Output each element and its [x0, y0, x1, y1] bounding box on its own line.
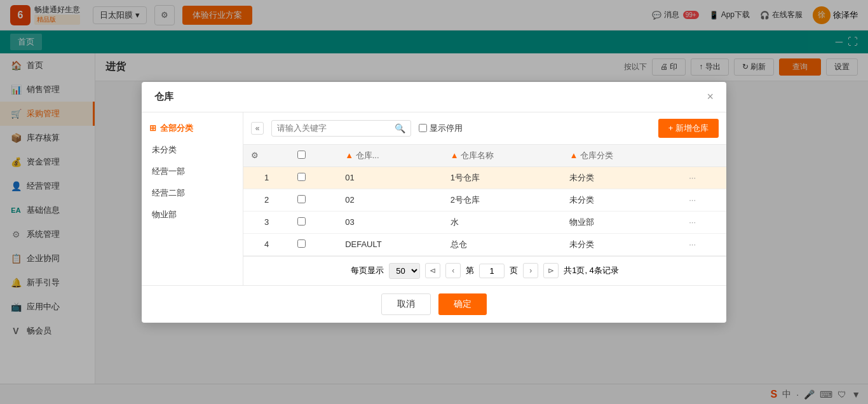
table-scroll: ⚙ ▲ 仓库... ▲ 仓库名称 — [243, 145, 726, 256]
row-code: DEFAULT — [337, 233, 443, 255]
col-category[interactable]: ▲ 仓库分类 — [562, 145, 681, 167]
table-header: ⚙ ▲ 仓库... ▲ 仓库名称 — [243, 145, 726, 167]
row-checkbox[interactable] — [290, 233, 337, 255]
pagination: 每页显示 50 ⊲ ‹ 第 页 › ⊳ 共1页, 4条记录 — [243, 256, 726, 285]
sort-icon: ▲ — [345, 151, 353, 160]
page-number-input[interactable] — [479, 264, 505, 278]
dialog-body: ⊞ 全部分类 未分类 经营一部 经营二部 物业部 « 🔍 — [142, 112, 726, 285]
warehouse-table: ⚙ ▲ 仓库... ▲ 仓库名称 — [243, 145, 726, 256]
table-row[interactable]: 4 DEFAULT 总仓 未分类 ··· — [243, 233, 726, 255]
warehouse-dialog: 仓库 × ⊞ 全部分类 未分类 经营一部 经营二部 物业部 « — [142, 82, 726, 323]
search-input[interactable] — [277, 123, 395, 133]
row-name: 总仓 — [443, 233, 562, 255]
category-item-uncategorized[interactable]: 未分类 — [142, 139, 243, 161]
collapse-button[interactable]: « — [251, 122, 264, 135]
row-category: 物业部 — [562, 211, 681, 233]
row-code: 02 — [337, 189, 443, 211]
page-label: 第 — [466, 265, 474, 276]
page-size-select[interactable]: 50 — [389, 263, 420, 279]
confirm-button[interactable]: 确定 — [438, 293, 487, 315]
row-more[interactable]: ··· — [681, 211, 726, 233]
more-icon[interactable]: ··· — [689, 195, 696, 205]
more-icon[interactable]: ··· — [689, 173, 696, 182]
row-name: 1号仓库 — [443, 166, 562, 189]
row-checkbox[interactable] — [290, 166, 337, 189]
dialog-footer: 取消 确定 — [142, 285, 726, 323]
total-info: 共1页, 4条记录 — [564, 265, 619, 276]
col-name-sort-icon: ▲ — [451, 151, 459, 160]
row-checkbox[interactable] — [290, 189, 337, 211]
row-num: 2 — [243, 189, 290, 211]
col-actions — [681, 145, 726, 167]
col-cat-sort-icon: ▲ — [569, 151, 578, 160]
row-num: 4 — [243, 233, 290, 255]
row-code: 03 — [337, 211, 443, 233]
dialog-title: 仓库 — [154, 91, 173, 103]
row-category: 未分类 — [562, 189, 681, 211]
row-category: 未分类 — [562, 233, 681, 255]
grid-icon: ⊞ — [149, 123, 156, 133]
page-suffix: 页 — [510, 265, 518, 276]
more-icon[interactable]: ··· — [689, 239, 696, 249]
row-more[interactable]: ··· — [681, 189, 726, 211]
row-num: 1 — [243, 166, 290, 189]
modal-overlay: 仓库 × ⊞ 全部分类 未分类 经营一部 经营二部 物业部 « — [0, 0, 868, 404]
table-row[interactable]: 2 02 2号仓库 未分类 ··· — [243, 189, 726, 211]
row-checkbox[interactable] — [290, 211, 337, 233]
table-header-row: ⚙ ▲ 仓库... ▲ 仓库名称 — [243, 145, 726, 167]
dialog-header: 仓库 × — [142, 82, 726, 112]
select-all-checkbox[interactable] — [297, 151, 306, 159]
dialog-close-button[interactable]: × — [707, 91, 714, 102]
first-page-button[interactable]: ⊲ — [425, 263, 440, 278]
row-code: 01 — [337, 166, 443, 189]
row-more[interactable]: ··· — [681, 233, 726, 255]
category-item-dept2[interactable]: 经营二部 — [142, 182, 243, 204]
row-name: 2号仓库 — [443, 189, 562, 211]
table-body: 1 01 1号仓库 未分类 ··· 2 02 2 — [243, 166, 726, 255]
row-category: 未分类 — [562, 166, 681, 189]
more-icon[interactable]: ··· — [689, 217, 696, 227]
category-all-label: 全部分类 — [160, 123, 193, 134]
show-disabled-checkbox[interactable]: 显示停用 — [419, 123, 463, 134]
table-row[interactable]: 1 01 1号仓库 未分类 ··· — [243, 166, 726, 189]
col-checkbox — [290, 145, 337, 167]
category-all-header[interactable]: ⊞ 全部分类 — [142, 118, 243, 139]
table-toolbar: « 🔍 显示停用 + 新增仓库 — [243, 112, 726, 145]
show-disabled-label: 显示停用 — [430, 123, 463, 134]
page-size-label: 每页显示 — [351, 265, 384, 276]
row-more[interactable]: ··· — [681, 166, 726, 189]
add-warehouse-button[interactable]: + 新增仓库 — [658, 119, 719, 138]
cancel-button[interactable]: 取消 — [381, 293, 431, 315]
category-item-dept1[interactable]: 经营一部 — [142, 161, 243, 182]
last-page-button[interactable]: ⊳ — [543, 263, 559, 278]
search-box: 🔍 — [271, 120, 411, 137]
table-row[interactable]: 3 03 水 物业部 ··· — [243, 211, 726, 233]
row-num: 3 — [243, 211, 290, 233]
col-name[interactable]: ▲ 仓库名称 — [443, 145, 562, 167]
next-page-button[interactable]: › — [523, 263, 538, 278]
col-settings: ⚙ — [243, 145, 290, 167]
search-icon[interactable]: 🔍 — [395, 123, 405, 133]
prev-page-button[interactable]: ‹ — [445, 263, 461, 278]
category-panel: ⊞ 全部分类 未分类 经营一部 经营二部 物业部 — [142, 112, 243, 285]
show-disabled-check[interactable] — [419, 124, 427, 132]
category-item-property[interactable]: 物业部 — [142, 204, 243, 226]
col-code[interactable]: ▲ 仓库... — [337, 145, 443, 167]
table-panel: « 🔍 显示停用 + 新增仓库 — [243, 112, 726, 285]
row-name: 水 — [443, 211, 562, 233]
